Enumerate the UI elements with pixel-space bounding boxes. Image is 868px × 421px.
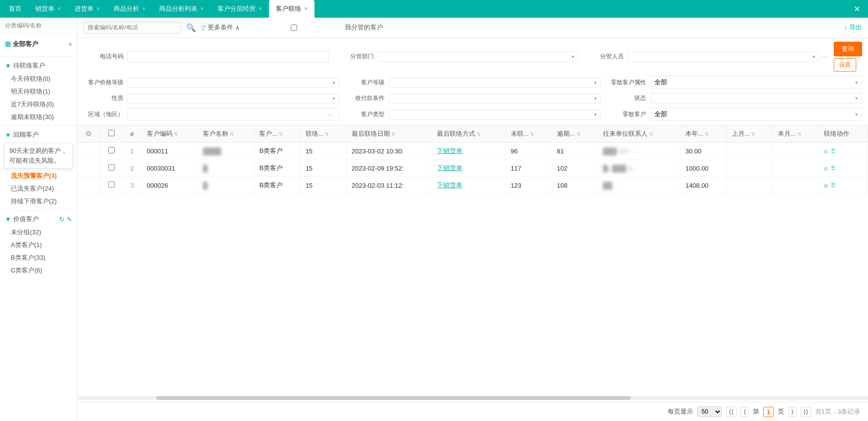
sort-icon-this-year[interactable]: ⇅: [705, 131, 709, 137]
sidebar-item-overdue[interactable]: 逾期未联络(30): [0, 111, 77, 124]
sort-icon-overdue[interactable]: ⇅: [577, 131, 580, 137]
filter-region-field: 区域（地区） ···: [83, 108, 339, 121]
filter-price-tier-select[interactable]: ▾: [127, 77, 339, 88]
close-customer-contact-icon[interactable]: ×: [304, 5, 308, 12]
tab-purchase[interactable]: 进货单 ×: [68, 0, 107, 18]
close-analysis-icon[interactable]: ×: [142, 5, 145, 12]
sidebar-item-7days[interactable]: 近7天待联络(0): [0, 98, 77, 111]
tab-analysis-list[interactable]: 商品分析列表 ×: [152, 0, 211, 18]
filter-customer-type-select[interactable]: ▾: [388, 109, 601, 120]
filter-zero-customer-select[interactable]: 全部 ▾: [650, 107, 862, 121]
close-analysis-list-icon[interactable]: ×: [200, 5, 204, 12]
filter-payment-select[interactable]: ▾: [388, 93, 601, 103]
sidebar-item-today[interactable]: 今天待联络(0): [0, 73, 77, 85]
tab-customer-tier[interactable]: 客户分层经营 ×: [211, 0, 269, 18]
close-customer-tier-icon[interactable]: ×: [259, 5, 262, 12]
tab-customer-contact[interactable]: 客户联络 ×: [269, 0, 314, 18]
filter-status-select[interactable]: ▾: [650, 93, 862, 103]
last-method-link[interactable]: 下销货单: [437, 147, 462, 154]
sidebar-item-c-class[interactable]: C类客户(6): [0, 264, 77, 277]
scroll-track[interactable]: [77, 396, 868, 400]
settings-gear-icon[interactable]: ⚙: [85, 129, 92, 138]
search-input[interactable]: [83, 22, 181, 33]
filter-phone-input[interactable]: [127, 51, 329, 63]
scroll-thumb[interactable]: [156, 396, 630, 400]
all-customers-header[interactable]: ⊞ 全部客户 «: [0, 37, 77, 51]
contact-icon[interactable]: ⌾: [824, 182, 828, 189]
query-button[interactable]: 查询: [834, 42, 862, 56]
close-purchase-icon[interactable]: ×: [96, 5, 100, 12]
tab-customer-tier-label: 客户分层经营: [217, 4, 256, 13]
sidebar-search-input[interactable]: [5, 22, 77, 29]
tab-home-label: 首页: [9, 4, 22, 13]
sort-icon-uncontacted[interactable]: ⇅: [530, 131, 534, 137]
lost-section-header[interactable]: ▼ 回顾客户: [0, 128, 77, 142]
close-sales-icon[interactable]: ×: [57, 5, 61, 12]
region-more-icon[interactable]: ···: [326, 111, 335, 118]
sidebar-item-b-class[interactable]: B类客户(33): [0, 251, 77, 264]
more-actions-icon[interactable]: ⠿: [831, 182, 836, 189]
sidebar-item-declining[interactable]: 持续下滑客户(2): [0, 195, 77, 208]
filter-person-field: 分管人员 ▾ ···: [583, 51, 829, 62]
per-page-select[interactable]: 50 20 100: [697, 406, 722, 417]
export-button[interactable]: ↑ 导出: [844, 23, 863, 32]
my-customers-checkbox[interactable]: [245, 25, 343, 31]
row-last-method-cell: 下销货单: [432, 143, 506, 160]
row-checkbox[interactable]: [108, 164, 115, 171]
value-section-header[interactable]: ▼ 价值客户 ↻ ✎: [0, 212, 77, 226]
settings-button[interactable]: 设置: [834, 58, 856, 72]
filter-dept-select[interactable]: ▾: [378, 51, 579, 62]
th-uncontacted: 未联... ⇅: [506, 125, 552, 143]
sort-icon-unit-contact[interactable]: ⇅: [649, 131, 653, 137]
sidebar-item-a-class[interactable]: A类客户(1): [0, 239, 77, 251]
refresh-icon[interactable]: ↻: [59, 216, 65, 223]
pending-section-header[interactable]: ▼ 待联络客户: [0, 59, 77, 73]
first-page-button[interactable]: ⟨⟨: [726, 407, 737, 417]
last-method-link[interactable]: 下销货单: [437, 181, 462, 189]
sidebar-item-tomorrow[interactable]: 明天待联络(1): [0, 85, 77, 98]
chevron-down-icon: ∧: [235, 24, 240, 31]
sort-icon-contact[interactable]: ⇅: [325, 131, 329, 137]
tab-home[interactable]: 首页: [2, 0, 28, 18]
sidebar-item-already-lost[interactable]: 已流失客户(24): [0, 182, 77, 195]
sort-icon-last-method[interactable]: ⇅: [477, 131, 481, 137]
sidebar-item-ungroup[interactable]: 未分组(32): [0, 226, 77, 239]
filter-region-select[interactable]: ···: [127, 108, 339, 121]
tab-analysis[interactable]: 商品分析 ×: [107, 0, 152, 18]
th-settings: ⚙: [77, 125, 100, 143]
more-actions-icon[interactable]: ⠿: [831, 148, 836, 155]
sort-icon-last-date[interactable]: ⇅: [391, 131, 395, 137]
prev-page-button[interactable]: ⟨: [741, 407, 749, 417]
filter-payment-field: 收付款条件 ▾: [344, 93, 601, 103]
filter-zero-attr-select[interactable]: 全部 ▾: [650, 75, 862, 89]
edit-icon[interactable]: ✎: [67, 216, 72, 223]
contact-icon[interactable]: ⌾: [824, 165, 828, 172]
my-customers-label: 我分管的客户: [345, 23, 383, 32]
sort-icon-this-month[interactable]: ⇅: [797, 131, 801, 137]
sort-icon-type[interactable]: ⇅: [279, 131, 283, 137]
my-customers-checkbox-label[interactable]: 我分管的客户: [245, 23, 383, 32]
more-actions-icon[interactable]: ⠿: [831, 165, 836, 172]
filter-gender-select[interactable]: ▾: [127, 93, 339, 103]
search-button-icon[interactable]: 🔍: [186, 23, 196, 32]
row-checkbox[interactable]: [108, 181, 115, 188]
data-table: ⚙ # 客户编码 ⇅: [77, 125, 868, 194]
sort-icon-code[interactable]: ⇅: [174, 131, 178, 137]
filter-person-select[interactable]: ▾: [627, 51, 820, 62]
select-all-checkbox[interactable]: [108, 130, 115, 136]
next-page-button[interactable]: ⟩: [788, 407, 796, 417]
row-checkbox[interactable]: [108, 147, 115, 153]
sort-icon-last-month[interactable]: ⇅: [751, 131, 755, 137]
last-method-link[interactable]: 下销货单: [437, 164, 462, 172]
last-page-button[interactable]: ⟩⟩: [800, 407, 811, 417]
filter-customer-level-select[interactable]: ▾: [388, 77, 601, 88]
filter-person-more-icon[interactable]: ···: [820, 53, 829, 60]
tab-sales-label: 销货单: [35, 4, 54, 13]
tab-sales[interactable]: 销货单 ×: [28, 0, 68, 18]
close-all-icon[interactable]: ✕: [848, 4, 866, 14]
more-filters-btn[interactable]: ▽ 更多条件 ∧: [201, 23, 240, 32]
th-overdue: 逾期... ⇅: [552, 125, 598, 143]
contact-icon[interactable]: ⌾: [824, 148, 828, 155]
sidebar-item-lost-warning[interactable]: 流失预警客户(3): [0, 170, 77, 182]
sort-icon-name[interactable]: ⇅: [230, 131, 234, 137]
